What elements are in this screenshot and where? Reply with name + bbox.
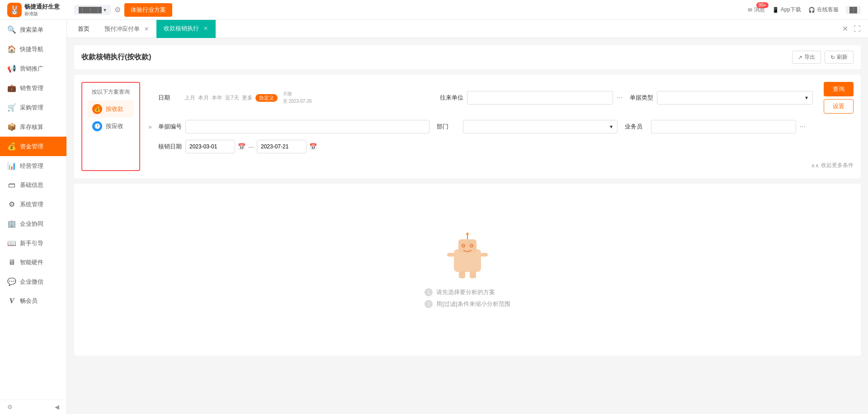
filter-row-3: 核销日期 📅 — 📅 [158, 140, 854, 153]
refresh-btn[interactable]: ↻ 刷新 [825, 51, 854, 64]
date-this-month[interactable]: 本月 [198, 94, 209, 102]
sidebar-item-business[interactable]: 📊 经营管理 [0, 156, 66, 176]
filter-dept: 部门 ▾ [437, 120, 618, 133]
sidebar-item-member[interactable]: V 畅会员 [0, 291, 66, 310]
app-download-btn[interactable]: 📱 App下载 [772, 6, 801, 14]
filter-counterpart: 往来单位 ··· [440, 91, 623, 105]
sidebar-item-label: 基础信息 [20, 181, 43, 189]
collapse-conditions-btn[interactable]: ∧∧ 收起更多条件 [158, 160, 854, 171]
empty-tips: 1 请先选择要分析的方案 2 用[过滤]条件来缩小分析范围 [425, 288, 510, 308]
staff-more-icon[interactable]: ··· [800, 123, 806, 131]
verify-date-from-input[interactable] [185, 140, 235, 153]
tab-prepay[interactable]: 预付冲应付单 ✕ [97, 20, 156, 38]
tab-bar: 首页 预付冲应付单 ✕ 收款核销执行 ✕ ✕ ⛶ [67, 20, 868, 38]
doc-no-input[interactable] [185, 120, 429, 133]
search-icon: 🔍 [7, 25, 16, 34]
sidebar-settings-btn[interactable]: ⚙ [7, 404, 13, 410]
export-label: 导出 [804, 53, 815, 61]
app-version: 标准版 [24, 11, 60, 17]
logo-text: 畅捷通好生意 标准版 [24, 3, 60, 17]
query-type-by-receivable[interactable]: 🕐 按应收 [88, 118, 134, 135]
settings-btn[interactable]: 设置 [824, 99, 854, 114]
query-btn[interactable]: 查询 [824, 82, 854, 96]
tab-fullscreen-btn[interactable]: ⛶ [852, 23, 863, 35]
tab-receive-close[interactable]: ✕ [203, 26, 208, 31]
filter-staff: 业务员 ··· [625, 120, 806, 133]
dept-select[interactable]: ▾ [463, 120, 618, 133]
sidebar-item-finance[interactable]: 💰 资金管理 [0, 137, 66, 156]
settings-icon[interactable]: ⚙ [114, 5, 121, 14]
sidebar-item-inventory[interactable]: 📦 库存核算 [0, 117, 66, 137]
tab-prepay-close[interactable]: ✕ [144, 26, 149, 32]
industry-btn[interactable]: 体验行业方案 [124, 3, 172, 17]
message-btn[interactable]: ✉ 消息 99+ [748, 6, 765, 14]
sidebar-collapse-btn[interactable]: ◀ [55, 404, 59, 410]
inventory-icon: 📦 [7, 123, 16, 131]
tip-num-2: 2 [425, 300, 433, 308]
panel-collapse-btn[interactable]: » [146, 123, 155, 130]
date-7days[interactable]: 近7天 [225, 94, 239, 102]
verify-date-to-input[interactable] [257, 140, 307, 153]
sidebar-item-quick-nav[interactable]: 🏠 快捷导航 [0, 39, 66, 59]
sidebar-item-guide[interactable]: 📖 新手引导 [0, 233, 66, 253]
sidebar-item-label: 资金管理 [20, 143, 43, 151]
date-more[interactable]: 更多 [242, 94, 253, 102]
doc-type-select[interactable]: ▾ [657, 91, 813, 105]
sidebar-item-label: 快捷导航 [20, 45, 43, 53]
app-name: 畅捷通好生意 [24, 3, 60, 11]
sidebar-bottom: ⚙ ◀ [0, 400, 66, 414]
sidebar-item-label: 销售管理 [20, 84, 43, 92]
calendar-from-icon[interactable]: 📅 [238, 143, 245, 150]
tab-receive[interactable]: 收款核销执行 ✕ [156, 20, 216, 38]
receipt-type-label: 按收款 [106, 105, 123, 113]
sidebar-item-system[interactable]: ⚙ 系统管理 [0, 195, 66, 214]
download-icon: 📱 [772, 7, 779, 13]
account-selector[interactable]: ██████ ▾ [74, 5, 111, 15]
sidebar-item-sales[interactable]: 💼 销售管理 [0, 78, 66, 98]
sidebar-item-label: 企业协同 [20, 220, 43, 228]
export-icon: ↗ [798, 54, 802, 61]
sidebar-item-purchase[interactable]: 🛒 采购管理 [0, 98, 66, 117]
user-info[interactable]: ██ [846, 6, 861, 14]
svg-point-10 [462, 245, 464, 247]
counterpart-more-icon[interactable]: ··· [617, 94, 623, 102]
page-title: 收款核销执行(按收款) [81, 52, 151, 62]
tab-receive-label: 收款核销执行 [164, 24, 199, 33]
sidebar-item-marketing[interactable]: 📢 营销推广 [0, 59, 66, 78]
date-to-value: 至 2023-07-26 [283, 98, 312, 105]
tab-close-btn[interactable]: ✕ [840, 23, 850, 35]
sidebar-item-wechat[interactable]: 💬 企业微信 [0, 272, 66, 291]
date-quick-options: 上月 本月 本年 近7天 更多 自定义 [184, 94, 278, 102]
sidebar-item-basic[interactable]: 🗃 基础信息 [0, 176, 66, 195]
sidebar-item-hardware[interactable]: 🖥 智能硬件 [0, 253, 66, 272]
sidebar-item-label: 畅会员 [20, 297, 38, 305]
date-this-year[interactable]: 本年 [212, 94, 222, 102]
date-last-month[interactable]: 上月 [184, 94, 195, 102]
filter-row-2: 单据编号 部门 ▾ 业务员 [158, 120, 854, 133]
filter-verify-date: 核销日期 📅 — 📅 [158, 140, 433, 153]
receivable-type-label: 按应收 [106, 122, 123, 130]
receipt-type-icon: 💰 [92, 104, 102, 114]
sidebar-item-corp[interactable]: 🏢 企业协同 [0, 214, 66, 233]
tab-home[interactable]: 首页 [71, 20, 97, 38]
counterpart-input[interactable] [467, 91, 613, 105]
tab-home-label: 首页 [78, 25, 90, 33]
sidebar-item-label: 采购管理 [20, 104, 43, 112]
staff-input[interactable] [651, 120, 796, 133]
online-service-btn[interactable]: 🎧 在线客服 [808, 6, 839, 14]
counterpart-label: 往来单位 [440, 94, 463, 102]
user-avatar: ██ [846, 6, 861, 14]
date-custom-tag[interactable]: 自定义 [255, 94, 278, 102]
sidebar-item-search[interactable]: 🔍 搜索菜单 [0, 20, 66, 39]
filter-doc-no: 单据编号 [158, 120, 429, 133]
calendar-to-icon[interactable]: 📅 [309, 143, 317, 150]
staff-label: 业务员 [625, 123, 647, 131]
query-type-by-receipt[interactable]: 💰 按收款 [88, 100, 134, 118]
marketing-icon: 📢 [7, 64, 16, 73]
svg-rect-1 [458, 239, 476, 253]
top-bar-right: ✉ 消息 99+ 📱 App下载 🎧 在线客服 ██ [748, 6, 861, 14]
chevron-down-icon: ▾ [610, 124, 613, 130]
export-btn[interactable]: ↗ 导出 [792, 51, 821, 64]
svg-rect-8 [459, 271, 465, 278]
finance-icon: 💰 [7, 142, 16, 151]
